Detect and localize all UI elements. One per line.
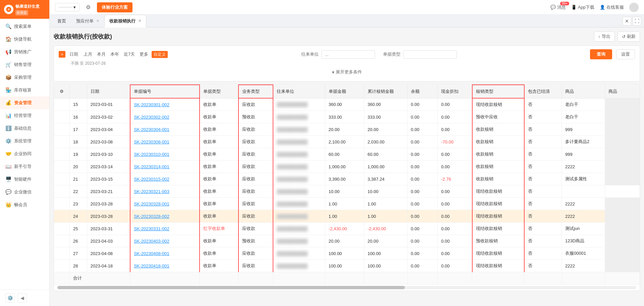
sidebar-item-collab[interactable]: 🤝 企业协同 bbox=[0, 147, 49, 160]
col-verified-header: 累计核销金额 bbox=[364, 85, 407, 98]
sidebar-item-sales[interactable]: 🛒 销售管理 bbox=[0, 58, 49, 71]
table-row: 262023-04-03SK-20230403-002收款单预收款███████… bbox=[54, 235, 640, 247]
col-goods2 bbox=[605, 98, 640, 111]
sidebar-logo: 畅康道好生意 标推版 bbox=[0, 0, 49, 19]
col-index: 25 bbox=[69, 223, 87, 235]
sidebar-item-system[interactable]: ⚙️ 系统管理 bbox=[0, 135, 49, 147]
col-partner: ██████████ bbox=[273, 185, 325, 198]
col-goods2 bbox=[605, 185, 640, 198]
sidebar-item-operations[interactable]: 📊 经营管理 bbox=[0, 109, 49, 122]
online-support-btn[interactable]: 👤 在线客服 bbox=[600, 4, 624, 10]
col-doctype: 收款单 bbox=[200, 111, 238, 123]
partner-input[interactable] bbox=[321, 50, 375, 59]
operations-icon: 📊 bbox=[5, 113, 11, 119]
last-month-btn[interactable]: 上月 bbox=[82, 51, 94, 58]
sidebar-item-inventory[interactable]: 🏪 库存核算 bbox=[0, 84, 49, 97]
column-settings-icon[interactable]: ⚙ bbox=[60, 89, 64, 94]
industry-solution-button[interactable]: 体验行业方案 bbox=[97, 2, 132, 12]
more-date-btn[interactable]: 更多 bbox=[138, 51, 150, 58]
col-docno[interactable]: SK-20230418-001 bbox=[130, 260, 200, 272]
export-button[interactable]: ↑ 导出 bbox=[594, 32, 615, 42]
col-docno[interactable]: SK-20230301-002 bbox=[130, 98, 200, 111]
sidebar-item-member[interactable]: 👑 畅会员 bbox=[0, 198, 49, 211]
col-goods: 多计量商品2 bbox=[562, 136, 605, 148]
table-row: 242023-03-28SK-20230328-002收款单应收款███████… bbox=[54, 210, 640, 223]
col-index: 22 bbox=[69, 185, 87, 198]
col-goods2 bbox=[605, 123, 640, 136]
col-docno[interactable]: SK-20230328-001 bbox=[130, 198, 200, 210]
table-row: 212023-03-15SK-20230315-002收款单应收款███████… bbox=[54, 173, 640, 185]
sidebar-item-marketing[interactable]: 📢 营销推广 bbox=[0, 46, 49, 58]
query-button[interactable]: 查询 bbox=[590, 49, 612, 59]
tab-prepayment[interactable]: 预应付单 ✕ bbox=[71, 15, 104, 27]
close-tab-btn[interactable]: ✕ bbox=[623, 17, 631, 25]
col-settled: 否 bbox=[524, 111, 562, 123]
expand-conditions-btn[interactable]: ▾ 展开更多条件 bbox=[59, 68, 635, 76]
company-selector[interactable]: ▾ bbox=[55, 3, 79, 11]
col-docno[interactable]: SK-20230304-001 bbox=[130, 123, 200, 136]
col-goods: 999 bbox=[562, 123, 605, 136]
col-discount: 0.00 bbox=[438, 111, 472, 123]
col-docno[interactable]: SK-20230403-002 bbox=[130, 235, 200, 247]
sidebar-item-finance[interactable]: 💰 资金管理 bbox=[0, 97, 49, 109]
sidebar-item-wechat[interactable]: 💬 企业微信 bbox=[0, 186, 49, 198]
app-download-btn[interactable]: 📱 App下载 bbox=[571, 4, 594, 10]
col-index: 16 bbox=[69, 111, 87, 123]
sidebar-item-purchase[interactable]: 📦 采购管理 bbox=[0, 71, 49, 84]
col-docno[interactable]: SK-20230408-001 bbox=[130, 247, 200, 260]
collapse-btn[interactable]: ◀ bbox=[17, 293, 27, 303]
table-row: 152023-03-01SK-20230301-002收款单应收款███████… bbox=[54, 98, 640, 111]
sidebar-item-search[interactable]: 🔍 搜索菜单 bbox=[0, 20, 49, 33]
col-docno[interactable]: SK-20230328-002 bbox=[130, 210, 200, 223]
col-doctype: 收款单 bbox=[200, 136, 238, 148]
sidebar-item-hardware[interactable]: 🖥️ 智能硬件 bbox=[0, 173, 49, 186]
col-date: 2023-04-03 bbox=[87, 235, 130, 247]
col-docno[interactable]: SK-20230302-002 bbox=[130, 111, 200, 123]
col-docno[interactable]: SK-20230308-001 bbox=[130, 136, 200, 148]
message-icon: 💬 bbox=[550, 5, 556, 10]
custom-date-btn[interactable]: 自定义 bbox=[152, 51, 168, 58]
col-goods2 bbox=[605, 148, 640, 161]
messages-btn[interactable]: 💬 消息 99+ bbox=[550, 4, 566, 10]
col-partner: ██████████ bbox=[273, 260, 325, 272]
col-docno[interactable]: SK-20230315-002 bbox=[130, 173, 200, 185]
marketing-icon: 📢 bbox=[5, 49, 11, 55]
this-year-btn[interactable]: 本年 bbox=[109, 51, 120, 58]
col-docno[interactable]: SK-20230314-001 bbox=[130, 161, 200, 173]
7days-btn[interactable]: 近7天 bbox=[122, 51, 136, 58]
sidebar-item-basics[interactable]: ℹ️ 基础信息 bbox=[0, 122, 49, 135]
col-verified: 333.00 bbox=[364, 111, 407, 123]
sidebar-item-guide[interactable]: 📖 新手引导 bbox=[0, 160, 49, 173]
scrollbar-thumb[interactable] bbox=[57, 286, 405, 289]
settings-bottom-btn[interactable]: ⚙️ bbox=[5, 293, 15, 303]
tab-collection-close[interactable]: ✕ bbox=[138, 19, 141, 23]
col-verified: 10.00 bbox=[364, 185, 407, 198]
col-partner: ██████████ bbox=[273, 111, 325, 123]
col-settled: 否 bbox=[524, 260, 562, 272]
tab-prepayment-close[interactable]: ✕ bbox=[96, 19, 99, 23]
col-docno[interactable]: SK-20230321-003 bbox=[130, 185, 200, 198]
refresh-button[interactable]: ↺ 刷新 bbox=[618, 32, 640, 42]
tabbar: 首页 预应付单 ✕ 收款核销执行 ✕ ✕ ⛶ bbox=[50, 15, 644, 27]
col-goods2 bbox=[605, 173, 640, 185]
col-docno[interactable]: SK-20230310-001 bbox=[130, 148, 200, 161]
horizontal-scrollbar[interactable] bbox=[57, 286, 636, 289]
settings-button[interactable]: 设置 bbox=[616, 49, 635, 59]
date-filter-label: 日期 bbox=[69, 51, 78, 57]
table-footer-row: 合计 bbox=[54, 272, 640, 285]
filter-forward-btn[interactable]: » bbox=[59, 51, 65, 58]
sidebar-item-nav[interactable]: 🏠 快捷导航 bbox=[0, 33, 49, 46]
col-amount: 20.00 bbox=[325, 235, 364, 247]
col-canceltype: 现结收款核销 bbox=[472, 98, 524, 111]
col-docno[interactable]: SK-20230331-002 bbox=[130, 223, 200, 235]
gear-icon[interactable]: ⚙ bbox=[84, 3, 93, 12]
this-month-btn[interactable]: 本月 bbox=[96, 51, 107, 58]
receipt-type-select[interactable] bbox=[403, 50, 457, 59]
tab-home[interactable]: 首页 bbox=[52, 15, 71, 27]
user-avatar[interactable] bbox=[629, 3, 639, 12]
maximize-tab-btn[interactable]: ⛶ bbox=[633, 17, 641, 25]
col-amount: 60.00 bbox=[325, 148, 364, 161]
col-canceltype: 收款核销 bbox=[472, 173, 524, 185]
tab-collection[interactable]: 收款核销执行 ✕ bbox=[104, 15, 146, 27]
sidebar-menu: 🔍 搜索菜单 🏠 快捷导航 📢 营销推广 🛒 销售管理 📦 采购管理 🏪 库存核… bbox=[0, 19, 49, 290]
